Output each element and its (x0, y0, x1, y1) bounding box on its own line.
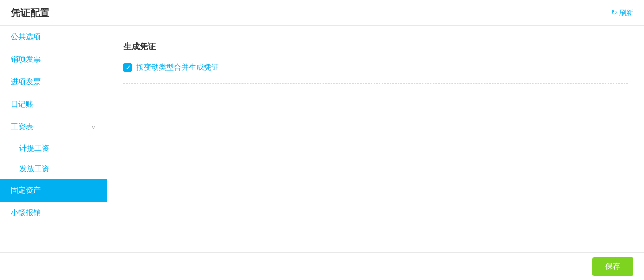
refresh-button[interactable]: ↻ 刷新 (611, 8, 633, 18)
sidebar: 公共选项 销项发票 进项发票 日记账 工资表 ∨ 计提工资 发放工资 固定资产 … (0, 26, 107, 252)
sidebar-item-purchase-invoice[interactable]: 进项发票 (0, 71, 107, 93)
sidebar-item-label: 计提工资 (19, 144, 49, 152)
sidebar-item-expense-report[interactable]: 小畅报销 (0, 202, 107, 224)
sidebar-item-payroll-table[interactable]: 工资表 ∨ (0, 116, 107, 138)
section-divider (123, 83, 628, 84)
sidebar-item-label: 日记账 (11, 100, 33, 109)
sidebar-item-label: 固定资产 (11, 186, 41, 195)
sidebar-item-label: 发放工资 (19, 164, 49, 173)
sidebar-item-label: 进项发票 (11, 77, 41, 87)
sidebar-item-label: 销项发票 (11, 55, 41, 64)
sidebar-item-label: 工资表 (11, 122, 33, 132)
sidebar-item-label: 公共选项 (11, 32, 41, 42)
sidebar-item-journal[interactable]: 日记账 (0, 93, 107, 116)
page-title: 凭证配置 (11, 6, 49, 19)
main-layout: 公共选项 销项发票 进项发票 日记账 工资表 ∨ 计提工资 发放工资 固定资产 … (0, 26, 644, 252)
sidebar-item-public-options[interactable]: 公共选项 (0, 26, 107, 48)
content-area: 生成凭证 按变动类型合并生成凭证 (107, 26, 644, 252)
checkbox-label: 按变动类型合并生成凭证 (136, 63, 219, 72)
sidebar-item-pay-payroll[interactable]: 发放工资 (0, 159, 107, 179)
sidebar-item-label: 小畅报销 (11, 208, 41, 218)
footer: 保存 (0, 252, 644, 280)
sidebar-item-fixed-assets[interactable]: 固定资产 (0, 179, 107, 202)
checkbox-row: 按变动类型合并生成凭证 (123, 63, 628, 72)
section-title: 生成凭证 (123, 42, 628, 52)
refresh-label: 刷新 (619, 8, 633, 18)
save-button[interactable]: 保存 (592, 257, 633, 276)
refresh-icon: ↻ (611, 9, 617, 17)
chevron-down-icon: ∨ (91, 123, 96, 131)
sidebar-item-sales-invoice[interactable]: 销项发票 (0, 48, 107, 71)
sidebar-item-calc-payroll[interactable]: 计提工资 (0, 138, 107, 159)
merge-by-type-checkbox[interactable] (123, 63, 132, 72)
header: 凭证配置 ↻ 刷新 (0, 0, 644, 26)
